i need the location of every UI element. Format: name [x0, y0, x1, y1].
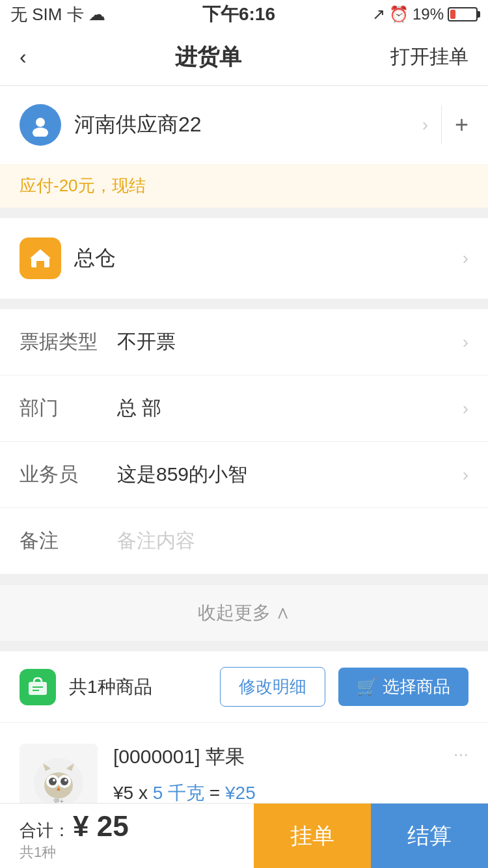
product-price: ¥5 [113, 783, 133, 803]
hang-order-button[interactable]: 挂单 [254, 804, 371, 869]
add-supplier-button[interactable]: + [455, 111, 468, 139]
status-left: 无 SIM 卡 ☁ [10, 3, 105, 26]
invoice-type-row[interactable]: 票据类型 不开票 › [0, 309, 488, 375]
edit-details-button[interactable]: 修改明细 [220, 667, 325, 707]
total-count: 共1种 [20, 843, 234, 862]
svg-point-0 [36, 118, 45, 127]
remark-value[interactable]: 备注内容 [117, 528, 468, 554]
svg-point-13 [61, 778, 68, 785]
salesperson-row[interactable]: 业务员 这是859的小智 › [0, 442, 488, 508]
svg-marker-3 [30, 249, 51, 258]
supplier-notice: 应付-20元，现结 [0, 164, 488, 208]
chevron-right-icon: › [463, 248, 468, 269]
status-bar: 无 SIM 卡 ☁ 下午6:16 ↗ ⏰ 19% [0, 0, 488, 29]
select-products-button[interactable]: 🛒 选择商品 [338, 668, 468, 706]
supplier-avatar [20, 104, 61, 146]
svg-point-14 [53, 779, 55, 781]
products-count: 共1种商品 [69, 675, 207, 699]
supplier-section: 河南供应商22 › + 应付-20元，现结 [0, 86, 488, 208]
form-section: 票据类型 不开票 › 部门 总 部 › 业务员 这是859的小智 › 备注 备注… [0, 309, 488, 574]
settle-button[interactable]: 结算 [371, 804, 488, 869]
product-qty: 5 [153, 783, 163, 803]
salesperson-value: 这是859的小智 [117, 461, 463, 488]
footer-total: 合计： ¥ 25 共1种 [0, 810, 254, 862]
multiply-sign: x [139, 783, 153, 803]
back-button[interactable]: ‹ [20, 45, 27, 69]
product-code: [0000001] [113, 746, 200, 767]
warehouse-icon [20, 237, 61, 279]
battery-percent: 19% [413, 5, 444, 23]
status-right: ↗ ⏰ 19% [372, 5, 478, 23]
sim-status: 无 SIM 卡 ☁ [10, 3, 105, 26]
warehouse-name: 总仓 [74, 244, 463, 273]
remark-label: 备注 [20, 528, 111, 554]
chevron-right-icon: › [463, 465, 468, 485]
chevron-right-icon: › [463, 398, 468, 419]
total-label: 合计： [20, 819, 70, 842]
product-unit: 千克 [168, 783, 204, 803]
product-info: [0000001] 苹果 ¥5 x 5 千克 = ¥25 [113, 744, 438, 806]
products-icon [20, 669, 56, 705]
product-calculation: ¥5 x 5 千克 = ¥25 [113, 781, 438, 806]
supplier-name: 河南供应商22 [74, 111, 422, 139]
footer: 合计： ¥ 25 共1种 挂单 结算 [0, 803, 488, 868]
equals-sign: = [210, 783, 225, 803]
svg-rect-5 [29, 682, 47, 695]
invoice-type-label: 票据类型 [20, 329, 111, 355]
warehouse-row[interactable]: 总仓 › [0, 218, 488, 299]
chevron-right-icon: › [463, 332, 468, 353]
svg-point-1 [33, 128, 48, 137]
status-time: 下午6:16 [202, 2, 275, 27]
supplier-row[interactable]: 河南供应商22 › + [0, 86, 488, 164]
nav-bar: ‹ 进货单 打开挂单 [0, 29, 488, 86]
department-row[interactable]: 部门 总 部 › [0, 375, 488, 442]
warehouse-section: 总仓 › [0, 218, 488, 299]
svg-rect-6 [33, 686, 43, 688]
collapse-bar[interactable]: 收起更多 ∧ [0, 584, 488, 641]
product-total: ¥25 [225, 783, 256, 803]
cart-icon: 🛒 [357, 677, 377, 697]
chevron-right-icon: › [422, 115, 428, 135]
svg-point-12 [49, 778, 57, 785]
department-value: 总 部 [117, 395, 463, 422]
svg-point-15 [64, 779, 67, 781]
location-icon: ↗ [372, 5, 385, 23]
product-more-button[interactable]: ··· [454, 744, 468, 765]
remark-row[interactable]: 备注 备注内容 [0, 508, 488, 574]
product-title: 苹果 [206, 746, 245, 767]
alarm-icon: ⏰ [389, 5, 409, 23]
divider [441, 105, 442, 144]
svg-rect-4 [36, 261, 44, 267]
svg-rect-7 [33, 690, 39, 691]
page-title: 进货单 [175, 42, 241, 72]
products-header: 共1种商品 修改明细 🛒 选择商品 [0, 651, 488, 723]
open-pending-button[interactable]: 打开挂单 [390, 44, 468, 70]
department-label: 部门 [20, 395, 111, 422]
invoice-type-value: 不开票 [117, 329, 463, 355]
product-name: [0000001] 苹果 [113, 744, 438, 770]
battery-icon [448, 7, 478, 21]
salesperson-label: 业务员 [20, 461, 111, 488]
total-amount: ¥ 25 [73, 810, 129, 843]
